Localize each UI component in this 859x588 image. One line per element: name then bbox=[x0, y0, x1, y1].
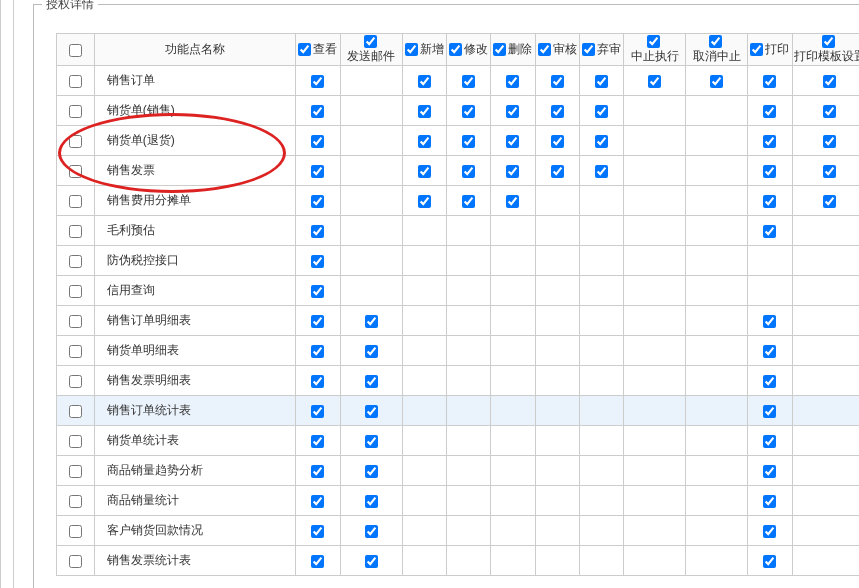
cancelStop-checkbox[interactable] bbox=[710, 75, 723, 88]
hdr-reject[interactable]: 弃审 bbox=[579, 34, 623, 66]
email-checkbox[interactable] bbox=[365, 315, 378, 328]
view-checkbox[interactable] bbox=[311, 225, 324, 238]
email-checkbox[interactable] bbox=[365, 435, 378, 448]
view-checkbox[interactable] bbox=[311, 195, 324, 208]
audit-checkbox[interactable] bbox=[551, 135, 564, 148]
print-checkbox[interactable] bbox=[763, 405, 776, 418]
hdr-stop[interactable]: 中止执行 bbox=[624, 34, 686, 66]
edit-checkbox[interactable] bbox=[462, 165, 475, 178]
email-checkbox[interactable] bbox=[365, 375, 378, 388]
view-checkbox[interactable] bbox=[311, 405, 324, 418]
email-checkbox[interactable] bbox=[365, 555, 378, 568]
sel-checkbox[interactable] bbox=[69, 135, 82, 148]
tpl-checkbox[interactable] bbox=[823, 105, 836, 118]
sel-checkbox[interactable] bbox=[69, 375, 82, 388]
email-checkbox[interactable] bbox=[365, 465, 378, 478]
view-checkbox[interactable] bbox=[311, 285, 324, 298]
hdr-email[interactable]: 发送邮件 bbox=[340, 34, 402, 66]
reject-checkbox[interactable] bbox=[595, 105, 608, 118]
view-checkbox[interactable] bbox=[311, 105, 324, 118]
sel-checkbox[interactable] bbox=[69, 105, 82, 118]
sel-checkbox[interactable] bbox=[69, 165, 82, 178]
view-checkbox[interactable] bbox=[311, 165, 324, 178]
hdr-view[interactable]: 查看 bbox=[296, 34, 340, 66]
view-checkbox[interactable] bbox=[311, 375, 324, 388]
view-checkbox[interactable] bbox=[311, 75, 324, 88]
print-checkbox[interactable] bbox=[763, 105, 776, 118]
edit-checkbox[interactable] bbox=[462, 135, 475, 148]
stop-checkbox[interactable] bbox=[648, 75, 661, 88]
view-checkbox[interactable] bbox=[311, 315, 324, 328]
tpl-checkbox[interactable] bbox=[823, 135, 836, 148]
audit-checkbox[interactable] bbox=[551, 105, 564, 118]
view-checkbox[interactable] bbox=[311, 555, 324, 568]
edit-checkbox[interactable] bbox=[462, 75, 475, 88]
email-checkbox[interactable] bbox=[365, 495, 378, 508]
sel-checkbox[interactable] bbox=[69, 195, 82, 208]
print-checkbox[interactable] bbox=[763, 435, 776, 448]
sel-checkbox[interactable] bbox=[69, 285, 82, 298]
audit-checkbox[interactable] bbox=[551, 165, 564, 178]
view-checkbox[interactable] bbox=[311, 135, 324, 148]
email-checkbox[interactable] bbox=[365, 525, 378, 538]
sel-checkbox[interactable] bbox=[69, 75, 82, 88]
audit-checkbox[interactable] bbox=[551, 75, 564, 88]
del-checkbox[interactable] bbox=[506, 195, 519, 208]
print-checkbox[interactable] bbox=[763, 345, 776, 358]
print-checkbox[interactable] bbox=[763, 165, 776, 178]
hdr-select-all[interactable] bbox=[57, 34, 95, 66]
hdr-edit[interactable]: 修改 bbox=[446, 34, 490, 66]
email-checkbox[interactable] bbox=[365, 405, 378, 418]
view-checkbox[interactable] bbox=[311, 465, 324, 478]
print-checkbox[interactable] bbox=[763, 555, 776, 568]
del-checkbox[interactable] bbox=[506, 75, 519, 88]
print-checkbox[interactable] bbox=[763, 135, 776, 148]
hdr-del[interactable]: 删除 bbox=[491, 34, 535, 66]
sel-checkbox[interactable] bbox=[69, 555, 82, 568]
reject-checkbox[interactable] bbox=[595, 135, 608, 148]
print-checkbox[interactable] bbox=[763, 75, 776, 88]
del-checkbox[interactable] bbox=[506, 165, 519, 178]
view-checkbox[interactable] bbox=[311, 435, 324, 448]
hdr-print[interactable]: 打印 bbox=[748, 34, 792, 66]
add-checkbox[interactable] bbox=[418, 195, 431, 208]
view-checkbox[interactable] bbox=[311, 525, 324, 538]
hdr-cancel-stop[interactable]: 取消中止 bbox=[686, 34, 748, 66]
del-checkbox[interactable] bbox=[506, 135, 519, 148]
select-all-checkbox[interactable] bbox=[69, 44, 82, 57]
print-checkbox[interactable] bbox=[763, 375, 776, 388]
sel-checkbox[interactable] bbox=[69, 255, 82, 268]
sel-checkbox[interactable] bbox=[69, 495, 82, 508]
reject-checkbox[interactable] bbox=[595, 165, 608, 178]
print-checkbox[interactable] bbox=[763, 465, 776, 478]
print-checkbox[interactable] bbox=[763, 525, 776, 538]
print-checkbox[interactable] bbox=[763, 315, 776, 328]
view-checkbox[interactable] bbox=[311, 345, 324, 358]
edit-checkbox[interactable] bbox=[462, 105, 475, 118]
print-checkbox[interactable] bbox=[763, 195, 776, 208]
hdr-audit[interactable]: 审核 bbox=[535, 34, 579, 66]
sel-checkbox[interactable] bbox=[69, 345, 82, 358]
del-checkbox[interactable] bbox=[506, 105, 519, 118]
view-checkbox[interactable] bbox=[311, 255, 324, 268]
add-checkbox[interactable] bbox=[418, 165, 431, 178]
hdr-add[interactable]: 新增 bbox=[402, 34, 446, 66]
edit-checkbox[interactable] bbox=[462, 195, 475, 208]
add-checkbox[interactable] bbox=[418, 105, 431, 118]
add-checkbox[interactable] bbox=[418, 75, 431, 88]
sel-checkbox[interactable] bbox=[69, 405, 82, 418]
sel-checkbox[interactable] bbox=[69, 465, 82, 478]
sel-checkbox[interactable] bbox=[69, 315, 82, 328]
view-checkbox[interactable] bbox=[311, 495, 324, 508]
hdr-tpl[interactable]: 打印模板设置 bbox=[792, 34, 859, 66]
tpl-checkbox[interactable] bbox=[823, 165, 836, 178]
sel-checkbox[interactable] bbox=[69, 525, 82, 538]
email-checkbox[interactable] bbox=[365, 345, 378, 358]
sel-checkbox[interactable] bbox=[69, 435, 82, 448]
print-checkbox[interactable] bbox=[763, 225, 776, 238]
tpl-checkbox[interactable] bbox=[823, 75, 836, 88]
add-checkbox[interactable] bbox=[418, 135, 431, 148]
sel-checkbox[interactable] bbox=[69, 225, 82, 238]
reject-checkbox[interactable] bbox=[595, 75, 608, 88]
print-checkbox[interactable] bbox=[763, 495, 776, 508]
